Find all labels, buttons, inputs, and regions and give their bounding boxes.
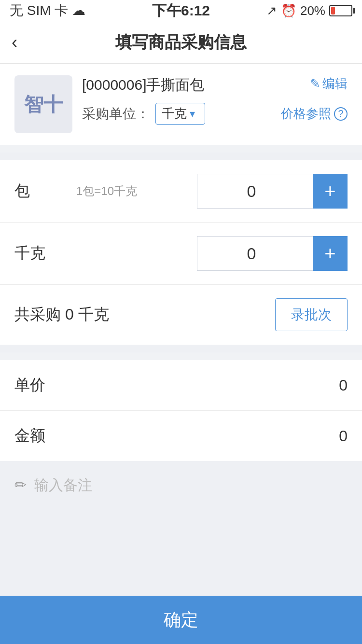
main-content: 智十 [0000006]手撕面包 ✎ 编辑 采购单位： 千克 ▾ <box>0 64 362 644</box>
product-header: [0000006]手撕面包 ✎ 编辑 <box>82 75 348 95</box>
chevron-down-icon: ▾ <box>190 108 195 120</box>
battery-percent: 20% <box>300 3 325 18</box>
total-row: 共采购 0 千克 录批次 <box>0 285 362 345</box>
status-left: 无 SIM 卡 ☁ <box>10 1 85 20</box>
kg-quantity-input[interactable] <box>197 236 313 271</box>
amount-value: 0 <box>339 427 348 445</box>
unit-label: 采购单位： <box>82 105 150 123</box>
pencil-icon: ✏ <box>14 476 27 493</box>
unit-value: 千克 <box>162 105 187 122</box>
unit-price-value: 0 <box>339 377 348 394</box>
nav-bar: ‹ 填写商品采购信息 <box>0 21 362 64</box>
page-title: 填写商品采购信息 <box>115 31 247 54</box>
package-label: 包 <box>14 181 72 202</box>
plus-icon: + <box>324 181 335 202</box>
section-divider-1 <box>0 153 362 160</box>
kg-plus-button[interactable]: + <box>313 236 348 271</box>
alarm-icon: ⏰ <box>281 3 296 18</box>
unit-selector-group: 采购单位： 千克 ▾ <box>82 103 205 125</box>
product-unit-row: 采购单位： 千克 ▾ 价格参照 ? <box>82 103 348 125</box>
product-image: 智十 <box>14 75 72 133</box>
battery-icon <box>329 5 352 16</box>
product-logo: 智十 <box>24 91 63 118</box>
total-label: 共采购 0 千克 <box>14 304 109 325</box>
status-time: 下午6:12 <box>152 1 210 21</box>
product-info: [0000006]手撕面包 ✎ 编辑 采购单位： 千克 ▾ 价格参照 ? <box>82 75 348 125</box>
kg-label: 千克 <box>14 243 72 264</box>
plus-icon-2: + <box>324 243 335 265</box>
amount-label: 金额 <box>14 425 45 447</box>
package-plus-button[interactable]: + <box>313 174 348 209</box>
location-icon: ↗ <box>266 3 277 18</box>
edit-label: 编辑 <box>322 75 348 92</box>
package-row: 包 1包=10千克 + <box>0 160 362 223</box>
edit-icon: ✎ <box>310 76 320 91</box>
package-quantity-input[interactable] <box>197 174 313 209</box>
kg-input-group: + <box>72 236 348 271</box>
price-section: 单价 0 金额 0 <box>0 360 362 461</box>
status-bar: 无 SIM 卡 ☁ 下午6:12 ↗ ⏰ 20% <box>0 0 362 21</box>
info-icon: ? <box>334 107 348 121</box>
unit-select[interactable]: 千克 ▾ <box>155 103 205 125</box>
package-sublabel: 1包=10千克 <box>76 183 137 199</box>
status-right: ↗ ⏰ 20% <box>266 3 352 18</box>
battery-fill <box>331 7 335 14</box>
batch-button[interactable]: 录批次 <box>275 298 348 331</box>
back-button[interactable]: ‹ <box>12 32 17 53</box>
edit-button[interactable]: ✎ 编辑 <box>310 75 348 92</box>
sim-status: 无 SIM 卡 ☁ <box>10 1 85 20</box>
product-name: [0000006]手撕面包 <box>82 75 310 95</box>
unit-price-row: 单价 0 <box>0 360 362 411</box>
confirm-label: 确定 <box>164 608 198 632</box>
kg-row: 千克 + <box>0 223 362 285</box>
confirm-button[interactable]: 确定 <box>0 596 362 644</box>
product-card: 智十 [0000006]手撕面包 ✎ 编辑 采购单位： 千克 ▾ <box>0 64 362 145</box>
price-ref-label: 价格参照 <box>281 105 331 122</box>
section-divider-2 <box>0 345 362 352</box>
unit-price-label: 单价 <box>14 375 45 396</box>
amount-row: 金额 0 <box>0 411 362 461</box>
price-reference-button[interactable]: 价格参照 ? <box>281 105 348 122</box>
note-placeholder-text: 输入备注 <box>34 476 92 495</box>
package-input-group: + <box>137 174 348 209</box>
input-section: 包 1包=10千克 + 千克 + <box>0 160 362 285</box>
